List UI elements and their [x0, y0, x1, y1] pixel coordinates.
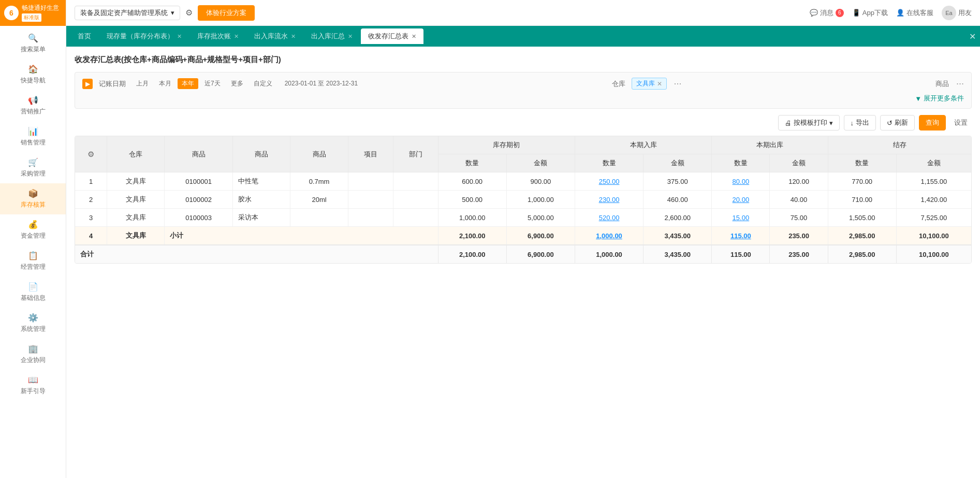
tab-close-icon[interactable]: ✕ [412, 33, 416, 40]
export-button[interactable]: ↓ 导出 [844, 115, 876, 131]
row-open-qty: 1,000.00 [438, 209, 506, 227]
user-item[interactable]: Ea 用友 [942, 6, 972, 20]
tab-close-icon[interactable]: ✕ [177, 33, 182, 40]
table-row: 2 文具库 0100002 胶水 20ml 500.00 1,000.00 23… [75, 191, 971, 209]
tab-label: 现存量（库存分布表） [107, 32, 174, 41]
subtotal-in-amt: 3,435.00 [643, 227, 712, 245]
data-table: ⚙ 仓库 商品 商品 商品 项目 部门 库存期初 本期入库 本期出库 结存 数量 [75, 136, 971, 263]
settings-text-button[interactable]: 设置 [950, 115, 972, 130]
row-project [348, 172, 393, 191]
date-opt-this-year[interactable]: 本年 [178, 78, 198, 89]
expand-conditions-btn[interactable]: ▼ 展开更多条件 [915, 94, 964, 103]
date-opt-this-month[interactable]: 本月 [155, 78, 175, 89]
row-in-qty[interactable]: 520.00 [575, 209, 643, 227]
total-out-qty: 115.00 [712, 245, 770, 263]
row-out-qty[interactable]: 80.00 [712, 172, 770, 191]
row-in-qty[interactable]: 230.00 [575, 191, 643, 209]
experience-button[interactable]: 体验行业方案 [198, 5, 255, 21]
total-open-amt: 6,900.00 [506, 245, 575, 263]
sidebar-item-inventory[interactable]: 📦库存核算 [0, 183, 66, 214]
goods-more-icon[interactable]: ··· [956, 78, 964, 89]
online-service-item[interactable]: 👤 在线客服 [896, 8, 933, 18]
sidebar-item-basic-info[interactable]: 📄基础信息 [0, 277, 66, 308]
search-icon: 🔍 [28, 33, 38, 43]
sidebar-item-guide[interactable]: 📖新手引导 [0, 370, 66, 401]
row-spec [290, 209, 348, 227]
sidebar-item-operations[interactable]: 📋经营管理 [0, 245, 66, 277]
row-in-qty[interactable]: 250.00 [575, 172, 643, 191]
sidebar-item-search[interactable]: 🔍搜索菜单 [0, 28, 66, 59]
date-label: 记账日期 [99, 79, 126, 89]
total-bal-qty: 2,985.00 [828, 245, 896, 263]
toolbar: 🖨 按模板打印 ▾ ↓ 导出 ↺ 刷新 查询 设置 [75, 115, 972, 131]
row-warehouse: 文具库 [107, 209, 165, 227]
th-open-amt: 金额 [506, 154, 575, 172]
settings-icon[interactable]: ⚙ [185, 8, 193, 18]
warehouse-tag: 文具库 ✕ [632, 78, 667, 90]
system-select[interactable]: 装备及固定资产辅助管理系统 ▾ [75, 6, 180, 20]
date-opt-7days[interactable]: 近7天 [200, 78, 225, 89]
row-no: 2 [75, 191, 107, 209]
warehouse-label: 仓库 [612, 79, 625, 89]
th-dept: 部门 [393, 136, 438, 172]
row-warehouse: 文具库 [107, 172, 165, 191]
date-opt-last-month[interactable]: 上月 [132, 78, 153, 89]
row-bal-qty: 1,505.00 [828, 209, 896, 227]
tab-close-icon[interactable]: ✕ [348, 33, 353, 40]
subtotal-in-qty[interactable]: 1,000.00 [575, 227, 643, 245]
guide-icon: 📖 [28, 375, 38, 385]
table-gear-icon[interactable]: ⚙ [87, 150, 94, 158]
topbar-left: 装备及固定资产辅助管理系统 ▾ ⚙ 体验行业方案 [75, 5, 255, 21]
row-in-amt: 460.00 [643, 191, 712, 209]
total-out-amt: 235.00 [770, 245, 828, 263]
row-warehouse: 文具库 [107, 191, 165, 209]
sidebar-item-quick-nav[interactable]: 🏠快捷导航 [0, 59, 66, 90]
tabs-close-all[interactable]: ✕ [969, 32, 976, 41]
enterprise-label: 企业协同 [21, 356, 46, 365]
tab-close-icon[interactable]: ✕ [291, 33, 296, 40]
date-opt-custom[interactable]: 自定义 [250, 78, 276, 89]
subtotal-open-qty: 2,100.00 [438, 227, 506, 245]
tab-现存量-库存分布表-[interactable]: 现存量（库存分布表）✕ [99, 28, 189, 44]
subtotal-out-qty[interactable]: 115.00 [712, 227, 770, 245]
inventory-label: 库存核算 [21, 200, 46, 209]
warehouse-remove-icon[interactable]: ✕ [657, 80, 662, 88]
table-row: 1 文具库 0100001 中性笔 0.7mm 600.00 900.00 25… [75, 172, 971, 191]
tab-label: 出入库流水 [254, 32, 288, 41]
tab-出入库汇总[interactable]: 出入库汇总✕ [304, 28, 360, 44]
row-out-qty[interactable]: 15.00 [712, 209, 770, 227]
tab-出入库流水[interactable]: 出入库流水✕ [247, 28, 303, 44]
sidebar-item-system[interactable]: ⚙️系统管理 [0, 308, 66, 339]
page-title: 收发存汇总表(按仓库+商品编码+商品+规格型号+项目+部门) [75, 55, 972, 65]
system-icon: ⚙️ [28, 313, 38, 323]
row-code: 0100001 [165, 172, 233, 191]
sidebar-item-purchase[interactable]: 🛒采购管理 [0, 152, 66, 183]
tab-首页[interactable]: 首页 [70, 28, 98, 44]
th-spec: 商品 [290, 136, 348, 172]
row-out-amt: 75.00 [770, 209, 828, 227]
th-open-qty: 数量 [438, 154, 506, 172]
row-out-qty[interactable]: 20.00 [712, 191, 770, 209]
warehouse-more-icon[interactable]: ··· [674, 78, 682, 89]
sidebar-item-enterprise[interactable]: 🏢企业协同 [0, 339, 66, 370]
filter-toggle[interactable]: ▶ [82, 79, 93, 89]
row-bal-qty: 710.00 [828, 191, 896, 209]
sidebar-item-finance[interactable]: 💰资金管理 [0, 214, 66, 245]
finance-icon: 💰 [28, 220, 38, 229]
refresh-button[interactable]: ↺ 刷新 [880, 115, 915, 131]
sidebar-item-marketing[interactable]: 📢营销推广 [0, 90, 66, 121]
tab-close-icon[interactable]: ✕ [234, 33, 239, 40]
row-open-amt: 5,000.00 [506, 209, 575, 227]
th-out-qty: 数量 [712, 154, 770, 172]
app-download-item[interactable]: 📱 App下载 [852, 8, 888, 18]
print-button[interactable]: 🖨 按模板打印 ▾ [778, 115, 840, 131]
date-opt-more[interactable]: 更多 [227, 78, 247, 89]
total-in-qty: 1,000.00 [575, 245, 643, 263]
table-row: 3 文具库 0100003 采访本 1,000.00 5,000.00 520.… [75, 209, 971, 227]
query-button[interactable]: 查询 [919, 115, 946, 131]
message-item[interactable]: 💬 消息 6 [810, 8, 844, 18]
tab-库存批次账[interactable]: 库存批次账✕ [190, 28, 246, 44]
tab-收发存汇总表[interactable]: 收发存汇总表✕ [361, 28, 423, 44]
table-subtotal-row: 4 文具库 小计 2,100.00 6,900.00 1,000.00 3,43… [75, 227, 971, 245]
sidebar-item-sales[interactable]: 📊销售管理 [0, 121, 66, 152]
